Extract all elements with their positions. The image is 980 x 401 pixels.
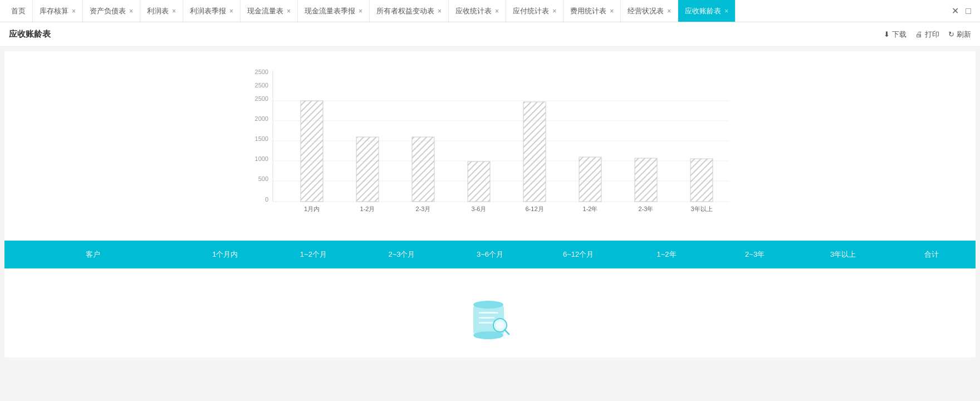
- tab-equity-change-close[interactable]: ×: [438, 7, 442, 15]
- tab-ar-stats[interactable]: 应收统计表 ×: [449, 0, 506, 22]
- tab-cashflow-quarterly-label: 现金流量表季报: [305, 6, 355, 16]
- svg-text:2500: 2500: [255, 95, 268, 102]
- svg-text:1月内: 1月内: [304, 206, 320, 212]
- table-header: 客户 1个月内 1~2个月 2~3个月 3~6个月 6~12个月 1~2年 2~…: [4, 241, 976, 268]
- tab-operation-close[interactable]: ×: [667, 7, 671, 15]
- tab-balance-sheet[interactable]: 资产负债表 ×: [83, 0, 140, 22]
- svg-text:0: 0: [265, 196, 268, 203]
- bar-1-2month: [356, 137, 379, 202]
- col-customer: 客户: [4, 250, 181, 260]
- bar-3-6month: [468, 162, 490, 202]
- tab-profit-quarterly[interactable]: 利润表季报 ×: [183, 0, 241, 22]
- svg-point-27: [473, 331, 503, 339]
- tab-inventory[interactable]: 库存核算 ×: [33, 0, 83, 22]
- window-controls: ✕ □: [952, 6, 976, 16]
- tab-profit-close[interactable]: ×: [172, 7, 176, 15]
- col-2-3month: 2~3个月: [357, 250, 446, 260]
- empty-state: [4, 268, 976, 358]
- chart-area: 0 500 1000 1500 2000 2500 2500 2500: [4, 51, 976, 241]
- svg-text:1-2月: 1-2月: [360, 206, 375, 212]
- svg-point-26: [473, 301, 503, 309]
- tab-profit-label: 利润表: [147, 6, 169, 16]
- svg-text:2000: 2000: [255, 115, 268, 122]
- col-1-2month: 1~2个月: [270, 250, 358, 260]
- tab-ap-stats-label: 应付统计表: [513, 6, 549, 16]
- tab-ar-aging[interactable]: 应收账龄表 ×: [678, 0, 736, 22]
- page-title: 应收账龄表: [9, 29, 51, 40]
- svg-text:6-12月: 6-12月: [525, 206, 543, 212]
- col-2-3year: 2~3年: [710, 250, 799, 260]
- page-header: 应收账龄表 ⬇ 下载 🖨 打印 ↻ 刷新: [0, 22, 980, 47]
- bar-1month: [301, 101, 323, 202]
- tab-ap-stats[interactable]: 应付统计表 ×: [506, 0, 564, 22]
- minimize-button[interactable]: ✕: [952, 6, 959, 16]
- svg-text:3年以上: 3年以上: [690, 206, 712, 212]
- svg-point-32: [496, 321, 504, 329]
- tab-cashflow[interactable]: 现金流量表 ×: [241, 0, 298, 22]
- tab-profit-quarterly-close[interactable]: ×: [229, 7, 233, 15]
- tab-operation-label: 经营状况表: [628, 6, 664, 16]
- tab-cashflow-quarterly-close[interactable]: ×: [359, 7, 362, 15]
- tab-inventory-label: 库存核算: [40, 6, 68, 16]
- maximize-button[interactable]: □: [966, 6, 971, 16]
- tab-home[interactable]: 首页: [4, 0, 33, 22]
- print-label: 打印: [925, 30, 939, 40]
- tab-ar-stats-close[interactable]: ×: [495, 7, 499, 15]
- tab-ar-aging-close[interactable]: ×: [724, 7, 728, 15]
- print-icon: 🖨: [915, 30, 923, 38]
- tab-expense-stats-label: 费用统计表: [570, 6, 606, 16]
- col-1-2year: 1~2年: [623, 250, 711, 260]
- tab-balance-sheet-close[interactable]: ×: [129, 7, 133, 15]
- tab-profit-quarterly-label: 利润表季报: [190, 6, 226, 16]
- svg-text:3-6月: 3-6月: [472, 206, 487, 212]
- svg-text:1000: 1000: [255, 155, 268, 162]
- svg-text:1500: 1500: [255, 135, 268, 142]
- bar-2-3year: [635, 158, 657, 202]
- main-content: 0 500 1000 1500 2000 2500 2500 2500: [4, 51, 976, 358]
- refresh-label: 刷新: [957, 30, 971, 40]
- print-button[interactable]: 🖨 打印: [915, 30, 939, 40]
- tab-inventory-close[interactable]: ×: [72, 7, 76, 15]
- tab-ap-stats-close[interactable]: ×: [552, 7, 556, 15]
- col-total: 合计: [887, 250, 976, 260]
- svg-text:2-3月: 2-3月: [416, 206, 431, 212]
- col-6-12month: 6~12个月: [534, 250, 623, 260]
- svg-text:2500: 2500: [255, 82, 268, 89]
- col-3plus-year: 3年以上: [799, 250, 888, 260]
- tab-cashflow-close[interactable]: ×: [287, 7, 291, 15]
- tab-ar-aging-label: 应收账龄表: [685, 6, 721, 16]
- refresh-icon: ↻: [948, 30, 954, 38]
- svg-text:1-2年: 1-2年: [583, 206, 598, 212]
- bar-1-2year: [579, 157, 601, 202]
- col-1month: 1个月内: [181, 250, 270, 260]
- tab-balance-sheet-label: 资产负债表: [90, 6, 126, 16]
- tab-profit[interactable]: 利润表 ×: [140, 0, 183, 22]
- chart-container: 0 500 1000 1500 2000 2500 2500 2500: [21, 62, 959, 229]
- svg-rect-29: [479, 317, 494, 319]
- tab-cashflow-quarterly[interactable]: 现金流量表季报 ×: [298, 0, 370, 22]
- tab-operation[interactable]: 经营状况表 ×: [621, 0, 678, 22]
- tab-cashflow-label: 现金流量表: [247, 6, 283, 16]
- tab-ar-stats-label: 应收统计表: [455, 6, 492, 16]
- refresh-button[interactable]: ↻ 刷新: [948, 30, 971, 40]
- svg-text:500: 500: [258, 175, 268, 182]
- empty-icon: [462, 291, 518, 346]
- svg-rect-28: [479, 312, 498, 314]
- bar-6-12month: [523, 102, 546, 202]
- tab-equity-change[interactable]: 所有者权益变动表 ×: [370, 0, 449, 22]
- svg-text:2-3年: 2-3年: [639, 206, 654, 212]
- tab-equity-change-label: 所有者权益变动表: [376, 6, 434, 16]
- tab-expense-stats[interactable]: 费用统计表 ×: [564, 0, 621, 22]
- download-button[interactable]: ⬇ 下载: [884, 30, 906, 40]
- bar-2-3month: [412, 137, 434, 202]
- download-label: 下载: [892, 30, 906, 40]
- tab-expense-stats-close[interactable]: ×: [610, 7, 614, 15]
- svg-text:2500: 2500: [255, 69, 268, 75]
- tab-bar: 首页 库存核算 × 资产负债表 × 利润表 × 利润表季报 × 现金流量表 × …: [0, 0, 980, 22]
- download-icon: ⬇: [884, 30, 890, 38]
- header-actions: ⬇ 下载 🖨 打印 ↻ 刷新: [884, 30, 971, 40]
- bar-chart: 0 500 1000 1500 2000 2500 2500 2500: [21, 65, 959, 227]
- col-3-6month: 3~6个月: [446, 250, 535, 260]
- bar-3plus-year: [690, 159, 713, 202]
